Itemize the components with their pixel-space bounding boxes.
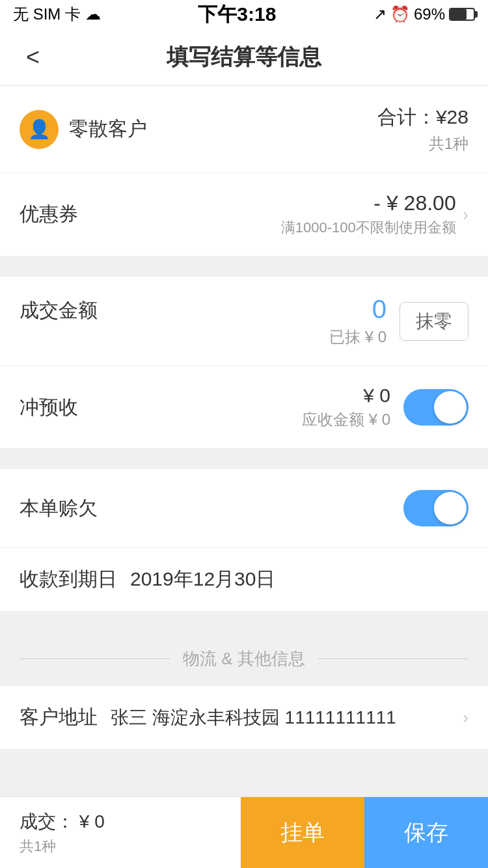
transaction-label: 成交金额 xyxy=(20,295,98,324)
address-chevron-icon: › xyxy=(463,707,468,728)
credit-row: 本单赊欠 xyxy=(0,469,488,547)
credit-toggle[interactable] xyxy=(403,490,468,526)
bottom-summary-label: 成交： xyxy=(20,811,74,832)
address-label: 客户地址 xyxy=(20,704,98,731)
alarm-icon: ⏰ xyxy=(390,5,410,23)
credit-toggle-knob xyxy=(434,492,467,524)
logistics-divider: 物流 & 其他信息 xyxy=(0,632,488,686)
address-value: 张三 海淀永丰科技园 11111111111 xyxy=(111,705,463,730)
customer-section: 👤 零散客户 合计：¥28 共1种 优惠券 - ¥ 28.00 满1000-10… xyxy=(0,86,488,256)
save-button[interactable]: 保存 xyxy=(364,797,488,868)
transaction-row: 成交金额 0 已抹 ¥ 0 抹零 xyxy=(0,277,488,366)
logistics-text: 物流 & 其他信息 xyxy=(183,647,305,670)
transaction-sub: 已抹 ¥ 0 xyxy=(329,327,386,347)
prepay-values: ¥ 0 应收金额 ¥ 0 xyxy=(302,385,390,430)
bottom-summary-amount: 成交： ¥ 0 xyxy=(20,809,221,834)
location-icon: ↗ xyxy=(373,5,386,23)
prepay-right: ¥ 0 应收金额 ¥ 0 xyxy=(302,385,468,430)
bottom-bar: 成交： ¥ 0 共1种 挂单 保存 xyxy=(0,796,488,868)
customer-right: 合计：¥28 共1种 xyxy=(377,104,468,154)
logistics-line-right xyxy=(318,658,468,659)
no-sim-text: 无 SIM 卡 ☁ xyxy=(13,4,101,25)
coupon-label: 优惠券 xyxy=(20,201,78,228)
bottom-summary-count: 共1种 xyxy=(20,837,221,856)
transaction-value[interactable]: 0 xyxy=(329,295,386,324)
back-button[interactable]: < xyxy=(20,37,46,77)
coupon-right: - ¥ 28.00 满1000-100不限制使用金额 › xyxy=(281,191,468,237)
nav-bar: < 填写结算等信息 xyxy=(0,29,488,86)
address-section: 客户地址 张三 海淀永丰科技园 11111111111 › xyxy=(0,686,488,749)
customer-left: 👤 零散客户 xyxy=(20,110,147,149)
divider-3 xyxy=(0,621,488,632)
coupon-desc: 满1000-100不限制使用金额 xyxy=(281,218,456,237)
customer-row: 👤 零散客户 合计：¥28 共1种 xyxy=(0,86,488,172)
customer-name: 零散客户 xyxy=(69,116,147,142)
coupon-amount: - ¥ 28.00 xyxy=(281,191,456,215)
prepay-sub: 应收金额 ¥ 0 xyxy=(302,409,390,430)
address-row[interactable]: 客户地址 张三 海淀永丰科技园 11111111111 › xyxy=(0,686,488,749)
prepay-toggle[interactable] xyxy=(403,389,468,426)
logistics-line-left xyxy=(20,658,170,659)
prepay-amount: ¥ 0 xyxy=(302,385,390,407)
bottom-summary-value: ¥ 0 xyxy=(79,811,105,832)
due-date-label: 收款到期日 xyxy=(20,566,117,593)
battery-text: 69% xyxy=(414,5,445,23)
coupon-row[interactable]: 优惠券 - ¥ 28.00 满1000-100不限制使用金额 › xyxy=(0,172,488,256)
page-title: 填写结算等信息 xyxy=(167,42,321,72)
status-left: 无 SIM 卡 ☁ xyxy=(13,4,101,25)
total-count: 共1种 xyxy=(377,133,468,154)
status-right: ↗ ⏰ 69% xyxy=(373,5,475,23)
total-amount: 合计：¥28 xyxy=(377,104,468,131)
person-icon: 👤 xyxy=(28,118,51,140)
battery-icon xyxy=(449,8,475,21)
status-time: 下午3:18 xyxy=(198,1,276,28)
credit-section: 本单赊欠 收款到期日 2019年12月30日 xyxy=(0,469,488,611)
hang-button[interactable]: 挂单 xyxy=(241,797,364,868)
transaction-value-wrap: 0 已抹 ¥ 0 xyxy=(329,295,386,347)
round-zero-button[interactable]: 抹零 xyxy=(400,302,468,341)
chevron-right-icon: › xyxy=(463,204,468,225)
coupon-info: - ¥ 28.00 满1000-100不限制使用金额 xyxy=(281,191,456,237)
transaction-section: 成交金额 0 已抹 ¥ 0 抹零 冲预收 ¥ 0 应收金额 ¥ 0 xyxy=(0,277,488,448)
due-date-value[interactable]: 2019年12月30日 xyxy=(130,566,275,593)
toggle-knob xyxy=(434,391,467,424)
bottom-summary: 成交： ¥ 0 共1种 xyxy=(0,797,241,868)
credit-label: 本单赊欠 xyxy=(20,495,98,522)
divider-1 xyxy=(0,266,488,277)
customer-avatar: 👤 xyxy=(20,110,59,149)
due-date-row: 收款到期日 2019年12月30日 xyxy=(0,547,488,611)
prepay-label: 冲预收 xyxy=(20,394,78,421)
transaction-right: 0 已抹 ¥ 0 抹零 xyxy=(329,295,468,347)
prepay-row: 冲预收 ¥ 0 应收金额 ¥ 0 xyxy=(0,366,488,448)
status-bar: 无 SIM 卡 ☁ 下午3:18 ↗ ⏰ 69% xyxy=(0,0,488,29)
divider-2 xyxy=(0,459,488,469)
